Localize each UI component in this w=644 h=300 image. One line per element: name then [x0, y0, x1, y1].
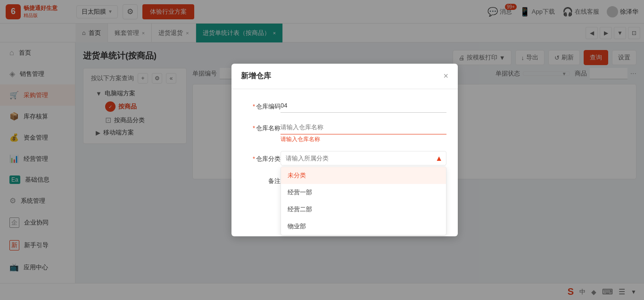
- category-label: *仓库分类: [243, 151, 281, 163]
- name-label: *仓库名称: [243, 120, 281, 133]
- dropdown-item-dept3[interactable]: 物业部: [281, 218, 446, 235]
- modal-close-button[interactable]: ×: [443, 71, 448, 81]
- add-warehouse-modal: 新增仓库 × *仓库编码 *仓库名称 请输入仓库名称 *仓库分类: [231, 64, 458, 236]
- category-toggle-icon[interactable]: ▲: [435, 154, 443, 163]
- category-dropdown: 未分类 经营一部 经营二部 物业部: [281, 167, 446, 235]
- dropdown-item-dept1[interactable]: 经营一部: [281, 184, 446, 201]
- code-input[interactable]: [281, 99, 446, 113]
- modal-body: *仓库编码 *仓库名称 请输入仓库名称 *仓库分类 ▲: [231, 89, 458, 204]
- code-label: *仓库编码: [243, 99, 281, 111]
- category-row: *仓库分类 ▲ 未分类 经营一部 经营二部 物业部: [243, 151, 446, 166]
- name-input-wrap: 请输入仓库名称: [281, 120, 446, 143]
- category-input[interactable]: [281, 151, 446, 166]
- category-input-wrap: ▲ 未分类 经营一部 经营二部 物业部: [281, 151, 446, 166]
- name-row: *仓库名称 请输入仓库名称: [243, 120, 446, 143]
- code-row: *仓库编码: [243, 99, 446, 113]
- dropdown-item-dept2[interactable]: 经营二部: [281, 201, 446, 218]
- code-input-wrap: [281, 99, 446, 113]
- name-error-msg: 请输入仓库名称: [281, 135, 446, 143]
- modal-header: 新增仓库 ×: [231, 64, 458, 89]
- dropdown-item-uncategorized[interactable]: 未分类: [281, 167, 446, 184]
- name-input[interactable]: [281, 120, 446, 134]
- modal-title: 新增仓库: [241, 71, 271, 81]
- note-label: 备注: [243, 173, 281, 185]
